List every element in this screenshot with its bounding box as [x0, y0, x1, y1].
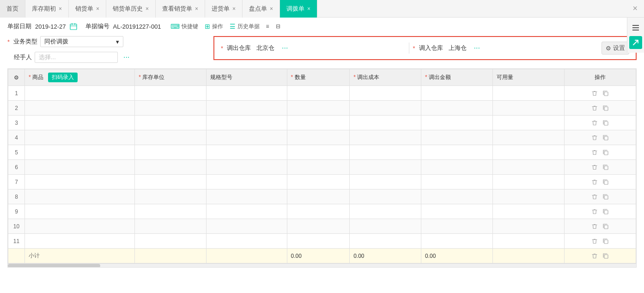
row-spec[interactable] [207, 130, 287, 145]
copy-row-icon[interactable] [601, 134, 610, 142]
row-qty[interactable] [287, 86, 350, 101]
row-spec[interactable] [207, 116, 287, 130]
row-available[interactable] [493, 219, 565, 234]
row-qty[interactable] [287, 234, 350, 249]
row-product[interactable] [25, 234, 135, 249]
row-available[interactable] [493, 234, 565, 249]
row-amount[interactable] [421, 130, 493, 145]
handler-more-button[interactable]: ··· [123, 53, 129, 61]
row-amount[interactable] [421, 204, 493, 219]
row-unit[interactable] [135, 145, 207, 160]
tab-close-view-sales[interactable]: × [195, 6, 198, 12]
copy-row-icon[interactable] [601, 119, 610, 127]
row-unit[interactable] [135, 160, 207, 175]
row-cost[interactable] [350, 116, 421, 130]
delete-row-icon[interactable] [590, 178, 599, 186]
row-product[interactable] [25, 86, 135, 101]
row-product[interactable] [25, 116, 135, 130]
row-product[interactable] [25, 130, 135, 145]
tab-transfer[interactable]: 调拨单 × [280, 0, 317, 18]
tab-view-sales[interactable]: 查看销货单 × [156, 0, 205, 18]
row-spec[interactable] [207, 101, 287, 116]
row-cost[interactable] [350, 145, 421, 160]
tab-close-purchase-order[interactable]: × [232, 6, 236, 12]
delete-row-icon[interactable] [590, 89, 599, 98]
row-available[interactable] [493, 175, 565, 189]
row-qty[interactable] [287, 189, 350, 204]
delete-row-icon[interactable] [590, 119, 599, 127]
history-tool[interactable]: ☰ 历史单据 [230, 23, 260, 31]
copy-row-icon[interactable] [601, 89, 610, 98]
scan-entry-button[interactable]: 扫码录入 [48, 73, 78, 82]
row-amount[interactable] [421, 234, 493, 249]
delete-row-icon[interactable] [590, 237, 599, 245]
row-amount[interactable] [421, 219, 493, 234]
row-qty[interactable] [287, 219, 350, 234]
row-spec[interactable] [207, 160, 287, 175]
shortcut-tool[interactable]: ⌨ 快捷键 [170, 23, 198, 31]
tab-inventory-init[interactable]: 库存期初 × [25, 0, 69, 18]
row-amount[interactable] [421, 189, 493, 204]
row-spec[interactable] [207, 204, 287, 219]
row-unit[interactable] [135, 234, 207, 249]
tab-sales-history[interactable]: 销货单历史 × [106, 0, 156, 18]
th-gear[interactable]: ⚙ [8, 69, 25, 86]
row-product[interactable] [25, 204, 135, 219]
row-amount[interactable] [421, 145, 493, 160]
row-amount[interactable] [421, 86, 493, 101]
row-available[interactable] [493, 145, 565, 160]
row-qty[interactable] [287, 116, 350, 130]
row-amount[interactable] [421, 160, 493, 175]
grid-view-tool[interactable]: ⊟ [276, 23, 280, 30]
row-amount[interactable] [421, 101, 493, 116]
row-unit[interactable] [135, 86, 207, 101]
row-spec[interactable] [207, 175, 287, 189]
tab-close-inventory-init[interactable]: × [59, 6, 62, 12]
row-available[interactable] [493, 116, 565, 130]
row-cost[interactable] [350, 234, 421, 249]
row-qty[interactable] [287, 145, 350, 160]
row-product[interactable] [25, 219, 135, 234]
tab-close-transfer[interactable]: × [307, 6, 310, 12]
row-qty[interactable] [287, 130, 350, 145]
row-cost[interactable] [350, 101, 421, 116]
copy-row-icon[interactable] [601, 237, 610, 245]
list-view-tool[interactable]: ≡ [266, 23, 269, 30]
row-unit[interactable] [135, 101, 207, 116]
row-qty[interactable] [287, 160, 350, 175]
copy-row-icon[interactable] [601, 222, 610, 231]
row-qty[interactable] [287, 175, 350, 189]
row-spec[interactable] [207, 189, 287, 204]
row-available[interactable] [493, 160, 565, 175]
tab-close-sales-order[interactable]: × [96, 6, 99, 12]
delete-row-icon[interactable] [590, 134, 599, 142]
row-unit[interactable] [135, 116, 207, 130]
delete-subtotal-icon[interactable] [590, 252, 599, 260]
tab-sales-order[interactable]: 销货单 × [69, 0, 106, 18]
in-warehouse-more-button[interactable]: ··· [474, 44, 480, 52]
copy-row-icon[interactable] [601, 193, 610, 201]
operation-tool[interactable]: ⊞ 操作 [205, 23, 223, 31]
row-available[interactable] [493, 86, 565, 101]
row-amount[interactable] [421, 175, 493, 189]
delete-row-icon[interactable] [590, 104, 599, 112]
row-product[interactable] [25, 145, 135, 160]
row-cost[interactable] [350, 175, 421, 189]
delete-row-icon[interactable] [590, 163, 599, 171]
row-available[interactable] [493, 204, 565, 219]
row-amount[interactable] [421, 116, 493, 130]
copy-row-icon[interactable] [601, 104, 610, 112]
delete-row-icon[interactable] [590, 193, 599, 201]
window-close-button[interactable]: × [626, 0, 644, 18]
copy-subtotal-icon[interactable] [601, 252, 610, 260]
row-spec[interactable] [207, 219, 287, 234]
row-cost[interactable] [350, 219, 421, 234]
row-cost[interactable] [350, 189, 421, 204]
calendar-icon[interactable] [70, 23, 77, 30]
copy-row-icon[interactable] [601, 148, 610, 157]
row-unit[interactable] [135, 219, 207, 234]
tab-purchase-order[interactable]: 进货单 × [205, 0, 243, 18]
business-type-select[interactable]: 同价调拨 ▾ [40, 36, 123, 47]
row-product[interactable] [25, 175, 135, 189]
row-cost[interactable] [350, 130, 421, 145]
